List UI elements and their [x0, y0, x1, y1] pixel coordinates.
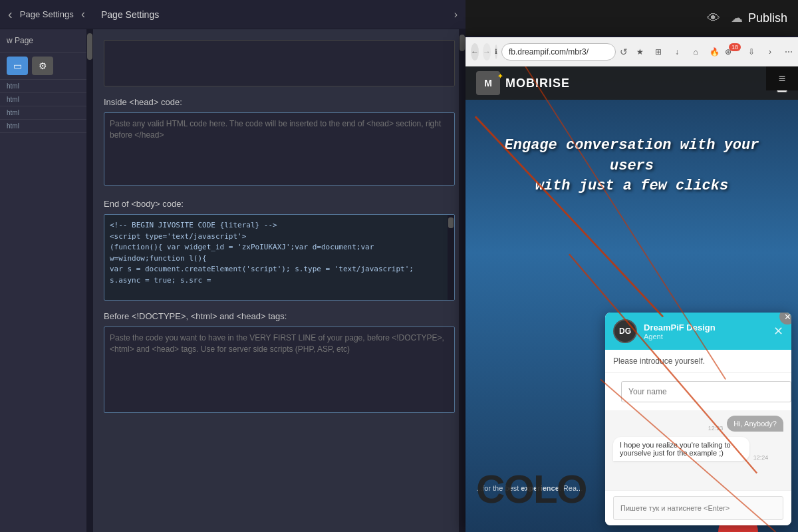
- site-hamburger-button[interactable]: ≡: [779, 72, 786, 86]
- browser-url-input[interactable]: [501, 43, 616, 61]
- page-settings-close-button[interactable]: ›: [454, 9, 458, 21]
- browser-back-button[interactable]: ←: [471, 43, 479, 61]
- chat-bubble-1: Hi, Anybody?: [727, 416, 783, 432]
- more-icon[interactable]: ›: [762, 44, 778, 60]
- chat-messages: 12:23 Hi, Anybody? I hope you realize yo…: [605, 410, 791, 490]
- sidebar-label-html4: html: [0, 120, 93, 133]
- page-settings-panel: Page Settings › Inside <head> code: End …: [93, 0, 466, 532]
- mobirise-logo-icon: M ✦: [476, 71, 500, 95]
- preview-button[interactable]: 👁: [707, 11, 720, 26]
- badge-count: 18: [729, 43, 741, 51]
- colo-text: COLO: [476, 466, 586, 512]
- chat-agent-info: DreamPiF Design Agent: [644, 323, 767, 340]
- chat-name-input[interactable]: [621, 381, 791, 402]
- extra-icon[interactable]: ⋯: [781, 44, 797, 60]
- publish-label: Publish: [748, 11, 787, 25]
- browser-window: ← → ℹ ↺ ★ ⊞ ↓ ⌂ 🔥 ⊕18 ⇩ › ⋯ ≡ M ✦: [466, 37, 798, 532]
- download-icon[interactable]: ↓: [669, 44, 685, 60]
- browser-background: M ✦ MOBIRISE ≡ ≡ Engage conversation wit…: [466, 66, 798, 532]
- browser-icons: ★ ⊞ ↓ ⌂ 🔥 ⊕18 ⇩ › ⋯: [632, 44, 797, 60]
- head-code-label: Inside <head> code:: [104, 97, 455, 107]
- settings-scrollbar[interactable]: [459, 29, 466, 532]
- page-settings-header: Page Settings ›: [93, 0, 466, 29]
- logo-letter: M: [484, 78, 492, 88]
- browser-forward-button[interactable]: →: [483, 43, 491, 61]
- sidebar-label-html2: html: [0, 93, 93, 106]
- browser-content: M ✦ MOBIRISE ≡ ≡ Engage conversation wit…: [466, 66, 798, 532]
- chat-header: DG DreamPiF Design Agent ✕: [605, 313, 791, 350]
- body-code-label: End of <body> code:: [104, 199, 455, 209]
- settings-scroll-thumb: [460, 35, 465, 51]
- chat-widget: ✕ DG DreamPiF Design Agent ✕ Please intr…: [605, 313, 791, 525]
- before-doctype-textarea[interactable]: [104, 327, 455, 413]
- sidebar-back-button[interactable]: ‹: [8, 7, 13, 22]
- sidebar-scrollbar[interactable]: [86, 29, 93, 532]
- sidebar-close-button[interactable]: ‹: [81, 7, 85, 21]
- mobirise-header: M ✦ MOBIRISE ≡: [466, 66, 798, 100]
- mobirise-logo-area: M ✦ MOBIRISE: [476, 71, 570, 95]
- page-icon-button[interactable]: ▭: [7, 57, 28, 75]
- page-settings-content: Inside <head> code: End of <body> code: …: [93, 29, 466, 426]
- chat-agent-name: DreamPiF Design: [644, 323, 767, 332]
- left-sidebar: ‹ Page Settings ‹ w Page ▭ ⚙ html html h…: [0, 0, 93, 532]
- code-scroll-thumb: [448, 217, 454, 228]
- chat-input[interactable]: [613, 496, 783, 520]
- chat-message-1: 12:23 Hi, Anybody?: [613, 416, 783, 432]
- addon-icon[interactable]: 🔥: [706, 44, 722, 60]
- settings-icon-button[interactable]: ⚙: [32, 57, 53, 75]
- page-preview-box: [104, 40, 455, 86]
- sidebar-label-html3: html: [0, 106, 93, 120]
- hero-section: Engage conversation with your users with…: [466, 100, 798, 233]
- site-menu-bar: ≡: [766, 66, 798, 90]
- top-bar: 👁 ☁ Publish: [466, 0, 798, 36]
- hero-text-line2: with just a few clicks: [535, 176, 728, 197]
- browser-info-button[interactable]: ℹ: [495, 45, 497, 59]
- publish-icon: ☁: [731, 11, 743, 25]
- browser-reload-button[interactable]: ↺: [620, 44, 628, 60]
- logo-spark: ✦: [497, 72, 503, 80]
- bookmark-icon[interactable]: ★: [632, 44, 648, 60]
- body-code-box: <!-- BEGIN JIVOSITE CODE {literal} --> <…: [104, 214, 455, 301]
- chat-name-field-area: [605, 373, 791, 410]
- body-code-content: <!-- BEGIN JIVOSITE CODE {literal} --> <…: [110, 220, 449, 286]
- chat-time-2: 12:24: [753, 454, 769, 461]
- chat-header-close-button[interactable]: ✕: [773, 324, 783, 338]
- head-code-textarea[interactable]: [104, 112, 455, 186]
- publish-button[interactable]: ☁ Publish: [731, 11, 787, 25]
- chat-input-area: [605, 490, 791, 525]
- chat-time-1: 12:23: [708, 425, 724, 432]
- hero-text-line1: Engage conversation with your users: [479, 136, 785, 177]
- page-settings-title: Page Settings: [101, 9, 159, 20]
- chat-intro-text: Please introduce yourself.: [605, 350, 791, 373]
- ext-icon[interactable]: ⊕18: [725, 44, 741, 60]
- sidebar-label-html1: html: [0, 80, 93, 93]
- ext2-icon[interactable]: ⇩: [743, 44, 759, 60]
- sidebar-icon-row: ▭ ⚙: [0, 53, 93, 80]
- mobirise-title: MOBIRISE: [505, 76, 570, 90]
- screenshot-icon[interactable]: ⊞: [650, 44, 666, 60]
- sidebar-scroll-thumb: [87, 33, 92, 60]
- chat-agent-role: Agent: [644, 332, 767, 340]
- home-icon[interactable]: ⌂: [688, 44, 704, 60]
- sidebar-header: ‹ Page Settings ‹: [0, 0, 93, 29]
- browser-bar: ← → ℹ ↺ ★ ⊞ ↓ ⌂ 🔥 ⊕18 ⇩ › ⋯ ≡: [466, 37, 798, 66]
- sidebar-new-page: w Page: [0, 29, 93, 53]
- sidebar-title: Page Settings: [13, 9, 81, 19]
- chat-avatar-initials: DG: [619, 327, 631, 336]
- chat-bubble-2: I hope you realize you're talking to you…: [613, 437, 749, 461]
- before-doctype-label: Before <!DOCTYPE>, <html> and <head> tag…: [104, 311, 455, 321]
- code-scrollbar[interactable]: [448, 215, 454, 300]
- chat-avatar: DG: [613, 319, 637, 343]
- chat-message-2: I hope you realize you're talking to you…: [613, 437, 783, 461]
